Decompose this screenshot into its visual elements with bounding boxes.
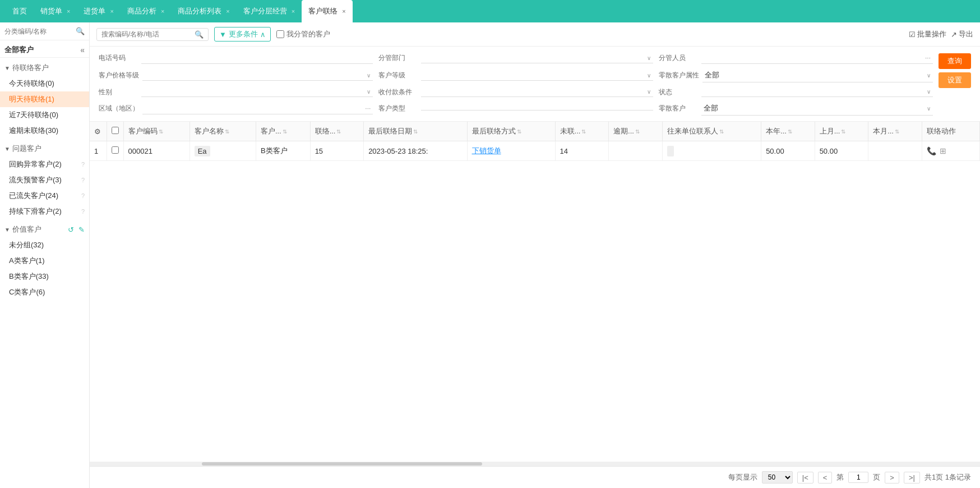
my-customers-checkbox[interactable] — [276, 30, 284, 38]
filter-retail-attr: 零散客户属性 全部 ∨ — [659, 68, 933, 82]
sidebar-item-tomorrow-pending[interactable]: 明天待联络(1) — [0, 91, 89, 107]
sidebar-item-b-class[interactable]: B类客户(33) — [0, 269, 89, 284]
main-search-input[interactable] — [101, 30, 195, 38]
phone-action-icon[interactable]: 📞 — [927, 146, 936, 155]
sidebar-item-overdue-pending[interactable]: 逾期未联络(30) — [0, 123, 89, 139]
phone-input[interactable] — [141, 52, 373, 64]
retail-customer-select[interactable]: 全部 ∨ — [701, 102, 933, 116]
price-grade-label: 客户价格等级 — [99, 71, 139, 80]
sidebar-item-churned[interactable]: 已流失客户(24) ? — [0, 188, 89, 204]
nav-close-customer-contact[interactable]: × — [342, 0, 345, 22]
sort-code-icon[interactable]: ⇅ — [159, 128, 163, 135]
dept-select[interactable]: ∨ — [421, 53, 653, 63]
sidebar-search-icon[interactable]: 🔍 — [76, 27, 85, 35]
sort-not-contacted-icon[interactable]: ⇅ — [581, 128, 586, 135]
nav-product-analysis[interactable]: 商品分析 × — [121, 0, 171, 22]
main-search-icon[interactable]: 🔍 — [195, 30, 204, 39]
sort-contact-icon[interactable]: ⇅ — [336, 128, 341, 135]
more-filter-btn[interactable]: ▼ 更多条件 ∧ — [214, 27, 271, 42]
gender-select[interactable]: ∨ — [141, 87, 373, 97]
problem-section-title[interactable]: ▼ 问题客户 — [0, 141, 89, 156]
sidebar-item-today-pending[interactable]: 今天待联络(0) — [0, 76, 89, 91]
nav-customer-contact[interactable]: 客户联络 × — [302, 0, 352, 22]
page-label: 第 — [836, 472, 844, 482]
reset-button[interactable]: 设置 — [939, 72, 971, 88]
query-button[interactable]: 查询 — [939, 53, 971, 69]
nav-close-product-analysis[interactable]: × — [161, 0, 164, 22]
sort-last-month-icon[interactable]: ⇅ — [841, 128, 845, 135]
nav-sales[interactable]: 销货单 × — [34, 0, 77, 22]
my-customers-filter[interactable]: 我分管的客户 — [276, 29, 330, 39]
prev-page-btn[interactable]: < — [818, 472, 833, 484]
filter-row-3: 性别 ∨ 收付款条件 ∨ 状态 — [99, 87, 933, 97]
sidebar-item-repurchase-abnormal[interactable]: 回购异常客户(2) ? — [0, 156, 89, 172]
value-refresh-icon[interactable]: ↺ — [68, 225, 74, 234]
first-page-btn[interactable]: |< — [797, 472, 813, 484]
retail-customer-label: 零散客户 — [659, 104, 698, 113]
th-company-contact: 往来单位联系人⇅ — [662, 122, 761, 141]
sidebar-item-a-class[interactable]: A类客户(1) — [0, 253, 89, 269]
manager-dots[interactable]: ··· — [925, 54, 931, 62]
area-select[interactable]: ··· — [142, 103, 373, 114]
nav-close-sales[interactable]: × — [67, 0, 70, 22]
export-btn[interactable]: ↗ 导出 — [951, 29, 973, 39]
sort-type-icon[interactable]: ⇅ — [283, 128, 287, 135]
value-section-title[interactable]: ▼ 价值客户 ↺ ✎ — [0, 222, 89, 237]
sort-name-icon[interactable]: ⇅ — [225, 128, 229, 135]
area-dots[interactable]: ··· — [365, 104, 371, 112]
row-checkbox[interactable] — [112, 146, 119, 154]
nav-close-purchase[interactable]: × — [110, 0, 113, 22]
batch-btn[interactable]: ☑ 批量操作 — [909, 29, 946, 39]
sort-last-date-icon[interactable]: ⇅ — [413, 128, 418, 135]
last-method-link[interactable]: 下销货单 — [472, 146, 501, 155]
next-page-btn[interactable]: > — [885, 472, 899, 484]
sort-last-method-icon[interactable]: ⇅ — [517, 128, 521, 135]
nav-home[interactable]: 首页 — [6, 0, 34, 22]
customer-type-select[interactable] — [421, 107, 653, 111]
nav-purchase[interactable]: 进货单 × — [77, 0, 120, 22]
pending-section-title[interactable]: ▼ 待联络客户 — [0, 60, 89, 76]
nav-close-customer-stratify[interactable]: × — [292, 0, 295, 22]
sidebar-item-declining[interactable]: 持续下滑客户(2) ? — [0, 204, 89, 219]
gender-label: 性别 — [99, 88, 138, 97]
sidebar-item-ungrouped[interactable]: 未分组(32) — [0, 237, 89, 253]
payment-select[interactable]: ∨ — [421, 87, 653, 97]
dept-label: 分管部门 — [378, 53, 418, 63]
sidebar-item-churn-warning[interactable]: 流失预警客户(3) ? — [0, 172, 89, 188]
nav-close-product-analysis-list[interactable]: × — [226, 0, 229, 22]
scrollbar-thumb[interactable] — [202, 462, 482, 466]
nav-product-analysis-list[interactable]: 商品分析列表 × — [171, 0, 236, 22]
grid-action-icon[interactable]: ⊞ — [940, 146, 946, 155]
pending-section: ▼ 待联络客户 今天待联络(0) 明天待联络(1) 近7天待联络(0) 逾期未联… — [0, 60, 89, 139]
sidebar-search-input[interactable] — [4, 27, 76, 35]
filter-customer-grade: 客户等级 ∨ — [378, 71, 653, 81]
select-all-checkbox[interactable] — [112, 127, 119, 134]
nav-customer-stratify[interactable]: 客户分层经营 × — [237, 0, 302, 22]
page-size-select[interactable]: 50 100 — [762, 471, 793, 484]
horizontal-scrollbar[interactable] — [90, 462, 980, 466]
collapse-btn[interactable]: « — [80, 45, 85, 54]
customer-grade-select[interactable]: ∨ — [421, 71, 653, 81]
price-grade-select[interactable]: ∨ — [142, 71, 373, 81]
last-page-btn[interactable]: >| — [904, 472, 920, 484]
value-edit-icon[interactable]: ✎ — [78, 225, 85, 234]
retail-attr-select[interactable]: 全部 ∨ — [702, 68, 933, 82]
sort-company-contact-icon[interactable]: ⇅ — [719, 128, 724, 135]
filter-retail-customer: 零散客户 全部 ∨ — [659, 102, 933, 116]
export-icon: ↗ — [951, 30, 957, 39]
manager-select[interactable]: ··· — [701, 52, 933, 64]
page-input[interactable] — [848, 472, 868, 483]
retail-attr-chevron-icon: ∨ — [927, 72, 931, 79]
help-icon-churned: ? — [81, 192, 85, 199]
sort-this-month-icon[interactable]: ⇅ — [895, 128, 899, 135]
filter-status: 状态 ∨ — [659, 87, 933, 97]
th-settings[interactable]: ⚙ — [90, 122, 107, 141]
sidebar-item-c-class[interactable]: C类客户(6) — [0, 284, 89, 300]
sort-this-year-icon[interactable]: ⇅ — [788, 128, 792, 135]
sort-overdue-icon[interactable]: ⇅ — [635, 128, 640, 135]
th-not-contacted: 未联...⇅ — [555, 122, 609, 141]
sidebar-item-7days-pending[interactable]: 近7天待联络(0) — [0, 107, 89, 123]
help-icon-churn: ? — [81, 177, 85, 183]
retail-customer-chevron-icon: ∨ — [927, 105, 931, 112]
status-select[interactable]: ∨ — [701, 87, 933, 97]
